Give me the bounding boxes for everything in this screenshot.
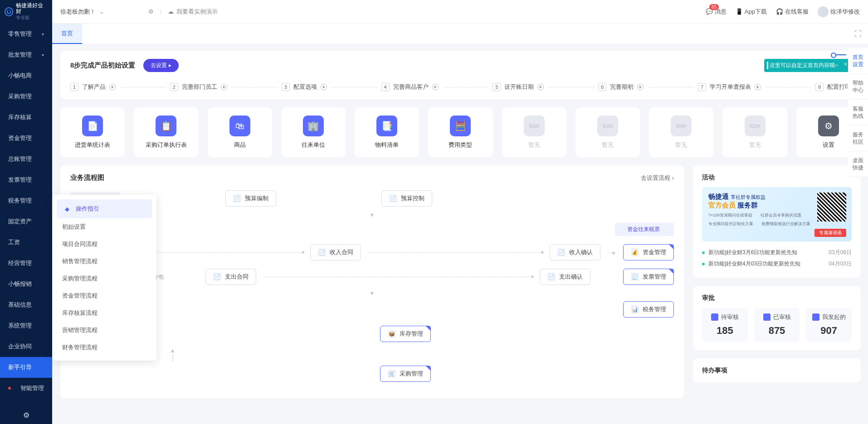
node-expend-contract[interactable]: 📄支出合同 bbox=[205, 269, 256, 285]
tax-icon: 📊 bbox=[631, 305, 639, 313]
news-item-1[interactable]: 新功能|好业财4月03日功能更新抢先知04月03日 bbox=[702, 258, 852, 270]
tile-icon: 📑 bbox=[376, 116, 397, 136]
submenu-item-3[interactable]: 销售管理流程 bbox=[52, 253, 156, 270]
quick-tile-1[interactable]: 📋采购订单执行表 bbox=[134, 107, 198, 157]
tile-icon: 📋 bbox=[156, 116, 176, 136]
sidebar-item-5[interactable]: 资金管理 bbox=[0, 128, 52, 149]
quick-tile-9[interactable]: Icon暂无 bbox=[722, 107, 787, 157]
node-stock-manage[interactable]: 📦库存管理 bbox=[380, 326, 431, 342]
sidebar-item-4[interactable]: 库存核算 bbox=[0, 107, 52, 128]
quick-tile-5[interactable]: 🧮费用类型 bbox=[428, 107, 493, 157]
node-budget-prepare[interactable]: 📄预算编制 bbox=[225, 190, 276, 207]
sidebar-item-2[interactable]: 小畅电商 bbox=[0, 65, 52, 86]
setup-step-7[interactable]: 7学习开单查报表 bbox=[698, 83, 761, 91]
sidebar-item-1[interactable]: 批发管理▾ bbox=[0, 44, 52, 65]
setup-step-5[interactable]: 5设开账日期 bbox=[493, 83, 544, 91]
setup-step-3[interactable]: 3配置选项 bbox=[282, 83, 327, 91]
node-purchase-manage[interactable]: 🛒采购管理 bbox=[380, 366, 431, 382]
sidebar-item-9[interactable]: 固定资产 bbox=[0, 211, 52, 232]
news-item-0[interactable]: 新功能|好业财3月6日功能更新抢先知03月06日 bbox=[702, 247, 852, 258]
dot-icon bbox=[702, 263, 705, 265]
sidebar-settings-icon[interactable]: ⚙ bbox=[0, 406, 52, 424]
submenu-item-0[interactable]: ◆操作指引 bbox=[57, 199, 152, 218]
demo-link[interactable]: ☁ 我要看实例演示 bbox=[168, 8, 218, 16]
sidebar-item-16[interactable]: 新手引导 bbox=[0, 357, 52, 378]
quick-tile-8[interactable]: Icon暂无 bbox=[649, 107, 713, 157]
setup-step-4[interactable]: 4完善商品客户 bbox=[381, 83, 439, 91]
guide-icon: ◆ bbox=[62, 204, 72, 214]
approval-tile-1[interactable]: 已审核875 bbox=[754, 308, 800, 342]
approval-tile-2[interactable]: 我发起的907 bbox=[806, 308, 852, 342]
sidebar-item-12[interactable]: 小畅报销 bbox=[0, 274, 52, 294]
node-budget-control[interactable]: 📄预算控制 bbox=[381, 190, 432, 207]
quick-tile-4[interactable]: 📑物料清单 bbox=[355, 107, 419, 157]
sidebar-item-6[interactable]: 总账管理 bbox=[0, 149, 52, 169]
approval-title: 审批 bbox=[702, 294, 852, 302]
submenu-item-1[interactable]: 初始设置 bbox=[52, 218, 156, 236]
tile-icon: Icon bbox=[597, 116, 618, 136]
sidebar-item-10[interactable]: 工资 bbox=[0, 232, 52, 253]
flow-settings-link[interactable]: 去设置流程› bbox=[641, 174, 674, 182]
chevron-down-icon: ▾ bbox=[42, 53, 44, 58]
submenu-item-2[interactable]: 项目合同流程 bbox=[52, 236, 156, 253]
tile-icon: ⚙ bbox=[818, 116, 839, 136]
quick-tile-3[interactable]: 🏢往来单位 bbox=[281, 107, 346, 157]
tile-icon: Icon bbox=[524, 116, 545, 136]
setup-step-2[interactable]: 2完善部门员工 bbox=[170, 83, 227, 91]
node-expend-confirm[interactable]: 📄支出确认 bbox=[540, 269, 590, 285]
node-tax-manage[interactable]: 📊税务管理 bbox=[623, 301, 674, 318]
quick-tile-7[interactable]: Icon暂无 bbox=[575, 107, 640, 157]
fullscreen-icon[interactable]: ⛶ bbox=[848, 30, 868, 38]
setup-step-1[interactable]: 1了解产品 bbox=[70, 83, 116, 91]
sidebar-item-11[interactable]: 经营管理 bbox=[0, 253, 52, 274]
node-fund-manage[interactable]: 💰资金管理 bbox=[623, 244, 674, 260]
sidebar-item-8[interactable]: 税务管理 bbox=[0, 190, 52, 211]
submenu-item-8[interactable]: 财务管理流程 bbox=[52, 339, 156, 356]
sidebar-item-0[interactable]: 零售管理▾ bbox=[0, 24, 52, 44]
node-invoice-manage[interactable]: 🧾发票管理 bbox=[623, 269, 674, 285]
node-income-contract[interactable]: 📄收入合同 bbox=[310, 244, 361, 260]
dock-item-0[interactable]: 首页设置 bbox=[848, 48, 868, 74]
setup-card: 8步完成产品初始设置 去设置 ▸ 这里可以自定义首页内容哦~ × 1了解产品2完… bbox=[60, 51, 861, 99]
submenu-item-6[interactable]: 库存核算流程 bbox=[52, 304, 156, 322]
sidebar-item-7[interactable]: 发票管理 bbox=[0, 169, 52, 190]
right-dock: 首页设置帮助中心客服热线服务社区桌面快捷 bbox=[848, 48, 868, 177]
online-service-button[interactable]: 🎧 在线客服 bbox=[776, 8, 809, 16]
submenu-item-4[interactable]: 采购管理流程 bbox=[52, 270, 156, 287]
tenant-settings-icon[interactable]: ⚙ bbox=[148, 8, 154, 15]
cloud-icon: ☁ bbox=[168, 8, 174, 15]
tenant-selector[interactable]: 徐老板勿删！ ⌄ bbox=[60, 8, 142, 16]
user-menu[interactable]: 徐泽华修改 bbox=[818, 6, 860, 17]
sidebar-item-13[interactable]: 基础信息 bbox=[0, 294, 52, 315]
dock-item-2[interactable]: 客服热线 bbox=[848, 100, 868, 125]
quick-tile-0[interactable]: 📄进货单统计表 bbox=[60, 107, 125, 157]
setup-step-8[interactable]: 8配置打印 bbox=[815, 83, 851, 91]
quick-tile-2[interactable]: 🛍商品 bbox=[208, 107, 272, 157]
quick-tile-6[interactable]: Icon暂无 bbox=[502, 107, 566, 157]
dock-item-3[interactable]: 服务社区 bbox=[848, 125, 868, 151]
tile-icon: 📄 bbox=[82, 116, 103, 136]
sidebar-item-17[interactable]: 智能管理 bbox=[0, 378, 52, 399]
tab-home[interactable]: 首页 bbox=[52, 24, 82, 44]
app-download-button[interactable]: 📱 App下载 bbox=[736, 8, 767, 16]
sidebar-item-3[interactable]: 采购管理 bbox=[0, 86, 52, 107]
activity-card: 活动 畅捷通 享社群专属权益 官方会员 服务群 7×15h资深顾 bbox=[693, 165, 861, 278]
sidebar-item-14[interactable]: 系统管理 bbox=[0, 315, 52, 336]
flow-section-fund: 资金往来税票 bbox=[615, 223, 674, 236]
submenu-item-7[interactable]: 营销管理流程 bbox=[52, 322, 156, 339]
node-income-confirm[interactable]: 📄收入确认 bbox=[550, 244, 600, 260]
submenu-item-5[interactable]: 资金管理流程 bbox=[52, 287, 156, 304]
messages-button[interactable]: 💬 消息 65 bbox=[706, 8, 727, 16]
chevron-down-icon: ⌄ bbox=[99, 8, 104, 15]
pointer-icon bbox=[834, 54, 846, 55]
sidebar-item-15[interactable]: 企业协同 bbox=[0, 336, 52, 357]
sidebar-item-18[interactable]: 应用中心 bbox=[0, 399, 52, 406]
promo-banner[interactable]: 畅捷通 享社群专属权益 官方会员 服务群 7×15h资深顾问在线答疑 社群会员专… bbox=[702, 187, 852, 241]
setup-step-6[interactable]: 6完善期初 bbox=[598, 83, 644, 91]
go-setup-button[interactable]: 去设置 ▸ bbox=[143, 59, 178, 72]
dock-item-1[interactable]: 帮助中心 bbox=[848, 74, 868, 100]
approval-tile-0[interactable]: 待审核185 bbox=[702, 308, 748, 342]
close-tip-icon[interactable]: × bbox=[844, 61, 847, 67]
dock-item-4[interactable]: 桌面快捷 bbox=[848, 151, 868, 177]
tile-icon: 🧮 bbox=[450, 116, 471, 136]
